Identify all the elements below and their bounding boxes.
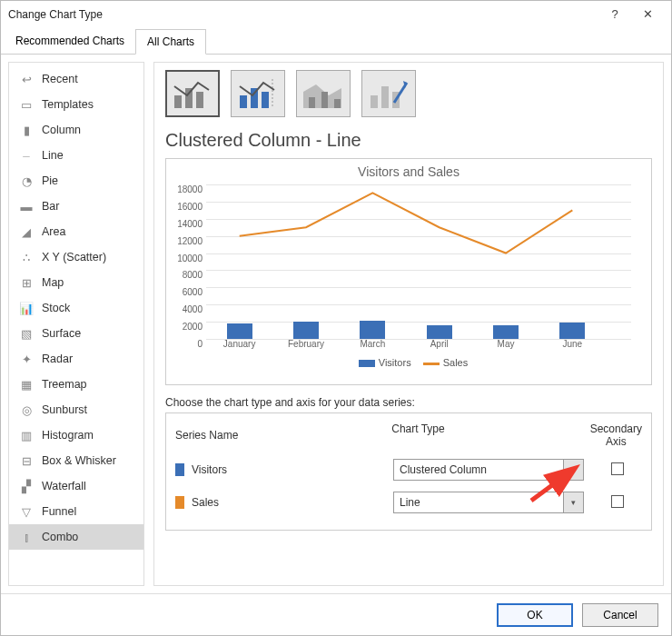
subtype-title: Clustered Column - Line [165, 130, 652, 151]
sidebar-label: Funnel [42, 505, 76, 518]
series-prompt: Choose the chart type and axis for your … [165, 396, 652, 409]
category-icon: ▧ [18, 325, 35, 342]
category-icon: ▞ [18, 478, 35, 494]
sidebar-item-templates[interactable]: ▭Templates [9, 92, 143, 117]
category-icon: ◢ [18, 224, 35, 240]
sidebar-item-stock[interactable]: 📊Stock [9, 295, 143, 321]
category-icon: ▬ [18, 198, 35, 214]
sidebar-label: Pie [42, 174, 58, 187]
sidebar-item-surface[interactable]: ▧Surface [9, 321, 143, 346]
sidebar-label: Surface [42, 327, 81, 340]
x-label: April [430, 339, 449, 349]
sidebar-item-column[interactable]: ▮Column [9, 117, 143, 143]
chevron-down-icon: ▾ [563, 460, 583, 480]
svg-rect-11 [371, 95, 378, 108]
dropdown-value: Clustered Column [394, 463, 563, 476]
legend-swatch-sales [423, 363, 440, 365]
sidebar-label: Line [42, 149, 64, 162]
x-label: May [498, 339, 515, 349]
svg-rect-9 [321, 92, 328, 108]
category-icon: ◔ [18, 173, 35, 189]
chart-legend: Visitors Sales [173, 357, 644, 368]
series-type-dropdown-visitors[interactable]: Clustered Column ▾ [393, 459, 584, 481]
svg-rect-8 [309, 97, 315, 108]
titlebar: Change Chart Type ? ✕ [1, 1, 671, 28]
sidebar-item-box-whisker[interactable]: ⊟Box & Whisker [9, 448, 143, 473]
subtype-clustered-column-line[interactable] [165, 70, 220, 117]
sidebar-item-treemap[interactable]: ▦Treemap [9, 372, 143, 397]
sidebar-label: Combo [42, 531, 78, 543]
secondary-axis-checkbox-visitors[interactable] [611, 462, 624, 475]
legend-label-visitors: Visitors [379, 357, 411, 368]
sidebar-label: Radar [42, 353, 73, 365]
svg-rect-5 [262, 92, 269, 108]
sidebar-label: Histogram [42, 429, 94, 442]
sidebar-item-area[interactable]: ◢Area [9, 219, 143, 244]
ok-button[interactable]: OK [497, 603, 573, 627]
legend-swatch-visitors [359, 360, 375, 367]
category-icon: ▮ [18, 122, 35, 138]
x-axis-labels: JanuaryFebruaryMarchAprilMayJune [206, 339, 631, 353]
series-row-sales: Sales Line ▾ [175, 486, 642, 519]
sidebar-label: Box & Whisker [42, 454, 116, 467]
secondary-axis-checkbox-sales[interactable] [611, 495, 624, 508]
series-swatch-icon [175, 496, 184, 509]
category-icon: ⏤ [18, 147, 35, 164]
x-label: June [562, 339, 582, 349]
window-title: Change Chart Type [8, 8, 103, 21]
category-icon: ∴ [18, 249, 35, 265]
category-icon: ▥ [18, 427, 35, 443]
sidebar-label: Stock [42, 302, 70, 314]
category-icon: ▭ [18, 96, 35, 113]
chart-preview: Visitors and Sales 020004000600080001000… [165, 158, 652, 385]
sidebar-label: X Y (Scatter) [42, 251, 106, 263]
x-label: March [360, 339, 385, 349]
series-type-dropdown-sales[interactable]: Line ▾ [393, 492, 584, 513]
svg-rect-12 [381, 86, 389, 108]
tab-recommended-charts[interactable]: Recommended Charts [5, 29, 135, 55]
category-icon: 📊 [18, 300, 35, 316]
category-icon: ⊞ [18, 274, 35, 291]
svg-rect-3 [240, 95, 247, 108]
sidebar-label: Treemap [42, 378, 87, 391]
series-header-row: Series Name Chart Type Secondary Axis [175, 419, 642, 453]
svg-rect-0 [174, 95, 182, 108]
sidebar-item-x-y-scatter-[interactable]: ∴X Y (Scatter) [9, 244, 143, 270]
subtype-clustered-column-line-secondary[interactable] [231, 70, 285, 117]
help-button[interactable]: ? [598, 4, 631, 25]
chart-title: Visitors and Sales [173, 164, 644, 179]
sidebar-item-waterfall[interactable]: ▞Waterfall [9, 473, 143, 499]
close-button[interactable]: ✕ [631, 4, 664, 25]
sidebar-label: Bar [42, 200, 59, 213]
sidebar-label: Column [42, 124, 81, 136]
series-header-axis: Secondary Axis [590, 422, 642, 448]
cancel-button[interactable]: Cancel [582, 603, 658, 627]
sidebar-item-sunburst[interactable]: ◎Sunburst [9, 397, 143, 422]
sidebar-item-map[interactable]: ⊞Map [9, 270, 143, 295]
sidebar-label: Waterfall [42, 480, 86, 492]
subtype-stacked-area-column[interactable] [296, 70, 351, 117]
sidebar-item-histogram[interactable]: ▥Histogram [9, 422, 143, 448]
sidebar-item-recent[interactable]: ↩Recent [9, 66, 143, 92]
dialog-footer: OK Cancel [1, 593, 671, 635]
sidebar-item-funnel[interactable]: ▽Funnel [9, 499, 143, 524]
series-table: Series Name Chart Type Secondary Axis Vi… [165, 412, 652, 531]
sidebar-item-pie[interactable]: ◔Pie [9, 168, 143, 194]
series-swatch-icon [175, 463, 184, 476]
subtype-custom-combo[interactable] [361, 70, 416, 117]
legend-label-sales: Sales [443, 357, 469, 368]
sidebar-item-bar[interactable]: ▬Bar [9, 194, 143, 219]
sidebar-item-combo[interactable]: ⫿Combo [9, 524, 143, 550]
category-icon: ◎ [18, 402, 35, 418]
category-icon: ⫿ [18, 529, 35, 545]
tab-bar: Recommended Charts All Charts [1, 28, 671, 55]
line-layer [206, 184, 631, 339]
series-section: Choose the chart type and axis for your … [165, 396, 652, 531]
dropdown-value: Line [394, 496, 563, 509]
category-icon: ▦ [18, 376, 35, 393]
x-label: January [223, 339, 256, 349]
category-icon: ↩ [18, 71, 35, 87]
sidebar-item-line[interactable]: ⏤Line [9, 143, 143, 168]
tab-all-charts[interactable]: All Charts [135, 29, 206, 55]
sidebar-item-radar[interactable]: ✦Radar [9, 346, 143, 372]
